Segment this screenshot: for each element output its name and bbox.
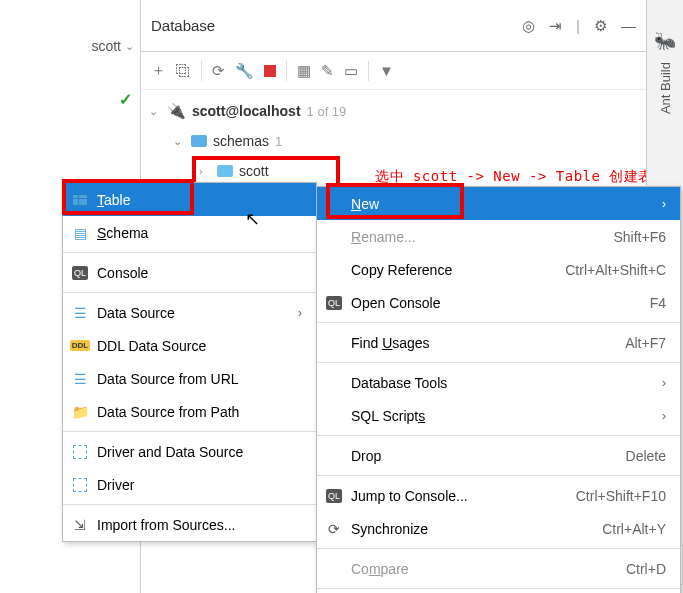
menu-label: Open Console	[351, 295, 642, 311]
ant-build-label[interactable]: Ant Build	[658, 62, 673, 114]
blank-icon	[325, 407, 343, 425]
chevron-right-icon: ›	[298, 306, 302, 320]
blank-icon	[325, 560, 343, 578]
menu-label: Find Usages	[351, 335, 617, 351]
menu-label: Synchronize	[351, 521, 594, 537]
minimize-icon[interactable]: —	[621, 17, 636, 34]
edit-icon[interactable]: ✎	[321, 62, 334, 80]
split-icon[interactable]: ⇥	[549, 17, 562, 35]
menu-driver[interactable]: Driver	[63, 468, 316, 501]
database-header: Database ◎ ⇥ | ⚙ —	[141, 0, 646, 52]
menu-new[interactable]: New ›	[317, 187, 680, 220]
chevron-right-icon: ›	[662, 409, 666, 423]
copy-icon[interactable]: ⿻	[176, 62, 191, 79]
menu-jump-console[interactable]: QL Jump to Console... Ctrl+Shift+F10	[317, 479, 680, 512]
datasource-icon: ☰	[71, 370, 89, 388]
chevron-down-icon: ⌄	[173, 135, 185, 148]
menu-separator	[317, 435, 680, 436]
blank-icon	[325, 334, 343, 352]
left-tab-scott[interactable]: scott ⌄	[91, 38, 134, 54]
menu-console[interactable]: QL Console	[63, 256, 316, 289]
separator	[201, 61, 202, 81]
menu-rename: Rename... Shift+F6	[317, 220, 680, 253]
header-icons: ◎ ⇥ | ⚙ —	[522, 17, 636, 35]
table-icon[interactable]: ▦	[297, 62, 311, 80]
menu-open-console[interactable]: QL Open Console F4	[317, 286, 680, 319]
menu-import-sources[interactable]: ⇲ Import from Sources...	[63, 508, 316, 541]
import-icon: ⇲	[71, 516, 89, 534]
annotation-text: 选中 scott -> New -> Table 创建表	[375, 168, 653, 186]
tree-connection[interactable]: ⌄ 🔌 scott@localhost 1 of 19	[149, 96, 646, 126]
menu-separator	[317, 475, 680, 476]
menu-separator	[63, 431, 316, 432]
menu-sql-scripts[interactable]: SQL Scripts ›	[317, 399, 680, 432]
ddl-icon: DDL	[70, 340, 90, 351]
blank-icon	[325, 447, 343, 465]
chevron-right-icon: ›	[662, 197, 666, 211]
shortcut: Ctrl+Alt+Y	[602, 521, 666, 537]
shortcut: Ctrl+Alt+Shift+C	[565, 262, 666, 278]
menu-label: Jump to Console...	[351, 488, 568, 504]
blank-icon	[325, 261, 343, 279]
folder-icon: 📁	[71, 403, 89, 421]
chevron-down-icon: ⌄	[149, 105, 161, 118]
target-icon[interactable]: ◎	[522, 17, 535, 35]
schema-icon: ▤	[71, 224, 89, 242]
separator	[368, 61, 369, 81]
menu-label: Import from Sources...	[97, 517, 302, 533]
menu-label: DDL Data Source	[97, 338, 302, 354]
filter-icon[interactable]: ▼	[379, 62, 394, 79]
menu-data-source[interactable]: ☰ Data Source ›	[63, 296, 316, 329]
wrench-icon[interactable]: 🔧	[235, 62, 254, 80]
menu-label: Driver and Data Source	[97, 444, 302, 460]
menu-label: Schema	[97, 225, 302, 241]
datasource-icon: ☰	[71, 304, 89, 322]
blank-icon	[325, 374, 343, 392]
driver-icon	[73, 445, 87, 459]
check-icon: ✓	[119, 90, 132, 109]
database-toolbar: ＋ ⿻ ⟳ 🔧 ▦ ✎ ▭ ▼	[141, 52, 646, 90]
menu-copy-reference[interactable]: Copy Reference Ctrl+Alt+Shift+C	[317, 253, 680, 286]
menu-schema[interactable]: ▤ Schema	[63, 216, 316, 249]
stop-icon[interactable]	[264, 65, 276, 77]
menu-label: Console	[97, 265, 302, 281]
menu-data-source-url[interactable]: ☰ Data Source from URL	[63, 362, 316, 395]
shortcut: Alt+F7	[625, 335, 666, 351]
shortcut: Ctrl+Shift+F10	[576, 488, 666, 504]
add-icon[interactable]: ＋	[151, 61, 166, 80]
menu-label: Drop	[351, 448, 618, 464]
tree-schemas[interactable]: ⌄ schemas 1	[149, 126, 646, 156]
menu-separator	[317, 588, 680, 589]
connection-label: scott@localhost	[192, 103, 301, 119]
menu-find-usages[interactable]: Find Usages Alt+F7	[317, 326, 680, 359]
menu-separator	[63, 504, 316, 505]
menu-database-tools[interactable]: Database Tools ›	[317, 366, 680, 399]
sql-icon[interactable]: ▭	[344, 62, 358, 80]
panel-title: Database	[151, 17, 215, 34]
menu-separator	[317, 322, 680, 323]
table-icon	[72, 194, 88, 206]
new-submenu: Table ▤ Schema QL Console ☰ Data Source …	[62, 182, 317, 542]
menu-label: Compare	[351, 561, 618, 577]
menu-drop[interactable]: Drop Delete	[317, 439, 680, 472]
refresh-icon[interactable]: ⟳	[212, 62, 225, 80]
menu-driver-data-source[interactable]: Driver and Data Source	[63, 435, 316, 468]
shortcut: Delete	[626, 448, 666, 464]
menu-synchronize[interactable]: ⟳ Synchronize Ctrl+Alt+Y	[317, 512, 680, 545]
console-icon: QL	[326, 489, 342, 503]
menu-label: Data Source	[97, 305, 290, 321]
gear-icon[interactable]: ⚙	[594, 17, 607, 35]
menu-label: Driver	[97, 477, 302, 493]
menu-table[interactable]: Table	[63, 183, 316, 216]
console-icon: QL	[326, 296, 342, 310]
ant-icon[interactable]: 🐜	[647, 30, 683, 52]
menu-ddl-data-source[interactable]: DDL DDL Data Source	[63, 329, 316, 362]
menu-data-source-path[interactable]: 📁 Data Source from Path	[63, 395, 316, 428]
shortcut: F4	[650, 295, 666, 311]
sync-icon: ⟳	[325, 520, 343, 538]
connection-icon: 🔌	[167, 102, 186, 120]
menu-compare: Compare Ctrl+D	[317, 552, 680, 585]
menu-label: Data Source from Path	[97, 404, 302, 420]
chevron-right-icon: ›	[199, 165, 211, 177]
left-tab-label: scott	[91, 38, 121, 54]
